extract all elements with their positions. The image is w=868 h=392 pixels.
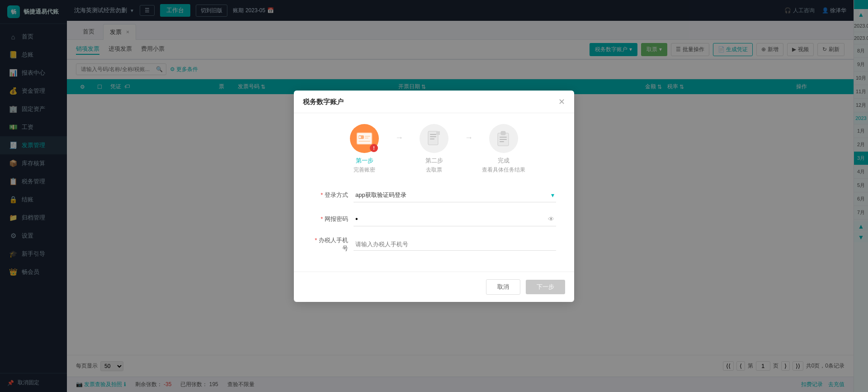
next-button[interactable]: 下一步 bbox=[526, 280, 565, 294]
step-1-label: 第一步 bbox=[356, 157, 373, 165]
form-password-row: * 网报密码 👁 bbox=[312, 212, 556, 226]
password-label: * 网报密码 bbox=[312, 215, 348, 223]
modal-tax-account: 税务数字账户 ✕ bbox=[294, 91, 574, 302]
svg-rect-4 bbox=[365, 138, 368, 139]
svg-rect-5 bbox=[359, 141, 370, 142]
step-2-doc-icon bbox=[426, 130, 442, 147]
cancel-label: 取消 bbox=[497, 283, 509, 290]
phone-input[interactable] bbox=[354, 238, 556, 251]
step-arrow-1: → bbox=[392, 133, 407, 143]
steps-container: ! 第一步 完善账密 → bbox=[312, 124, 556, 174]
select-dropdown-icon: ▾ bbox=[551, 191, 556, 199]
step-arrow-2: → bbox=[461, 133, 476, 143]
svg-rect-14 bbox=[500, 139, 507, 140]
login-method-label: * 登录方式 bbox=[312, 191, 348, 199]
modal-footer: 取消 下一步 bbox=[294, 272, 574, 302]
modal-title: 税务数字账户 bbox=[303, 98, 344, 106]
modal-body: ! 第一步 完善账密 → bbox=[294, 113, 574, 272]
cancel-button[interactable]: 取消 bbox=[486, 279, 520, 295]
modal-overlay: 税务数字账户 ✕ bbox=[0, 0, 868, 392]
svg-rect-8 bbox=[430, 136, 436, 137]
svg-rect-7 bbox=[430, 134, 436, 135]
step-1-desc: 完善账密 bbox=[354, 166, 375, 174]
password-input[interactable] bbox=[354, 212, 546, 226]
step-2-icon-wrap bbox=[420, 124, 448, 153]
password-input-wrap: 👁 bbox=[354, 212, 556, 226]
login-method-value: app获取验证码登录 bbox=[354, 188, 551, 202]
required-marker: * bbox=[321, 191, 323, 198]
login-method-select[interactable]: app获取验证码登录 ▾ bbox=[354, 188, 556, 202]
modal-header: 税务数字账户 ✕ bbox=[294, 91, 574, 113]
form-phone-row: * 办税人手机号 bbox=[312, 236, 556, 253]
phone-label: * 办税人手机号 bbox=[312, 236, 348, 253]
step-3: 完成 查看具体任务结果 bbox=[476, 124, 531, 174]
step-2-label: 第二步 bbox=[425, 157, 443, 165]
step-3-icon-wrap bbox=[489, 124, 518, 153]
next-label: 下一步 bbox=[537, 283, 554, 290]
svg-rect-15 bbox=[500, 141, 504, 142]
step-3-label: 完成 bbox=[498, 157, 509, 165]
step-3-desc: 查看具体任务结果 bbox=[482, 166, 525, 174]
step-1-badge: ! bbox=[370, 144, 378, 152]
password-toggle-icon[interactable]: 👁 bbox=[546, 215, 556, 223]
step-3-clipboard-icon bbox=[496, 130, 511, 147]
svg-rect-9 bbox=[430, 139, 434, 139]
svg-rect-12 bbox=[501, 131, 505, 135]
svg-point-2 bbox=[359, 136, 361, 138]
step-1: ! 第一步 完善账密 bbox=[337, 124, 392, 174]
step-2-desc: 去取票 bbox=[426, 166, 442, 174]
step-2: 第二步 去取票 bbox=[407, 124, 461, 174]
form-login-method-row: * 登录方式 app获取验证码登录 ▾ bbox=[312, 188, 556, 202]
modal-close-button[interactable]: ✕ bbox=[558, 98, 565, 106]
svg-rect-13 bbox=[500, 137, 507, 138]
step-1-icon-wrap: ! bbox=[350, 124, 379, 153]
required-marker-3: * bbox=[315, 237, 317, 244]
required-marker-2: * bbox=[321, 215, 323, 222]
step-1-card-icon bbox=[356, 132, 373, 145]
svg-rect-10 bbox=[436, 131, 440, 135]
svg-rect-3 bbox=[365, 136, 370, 137]
